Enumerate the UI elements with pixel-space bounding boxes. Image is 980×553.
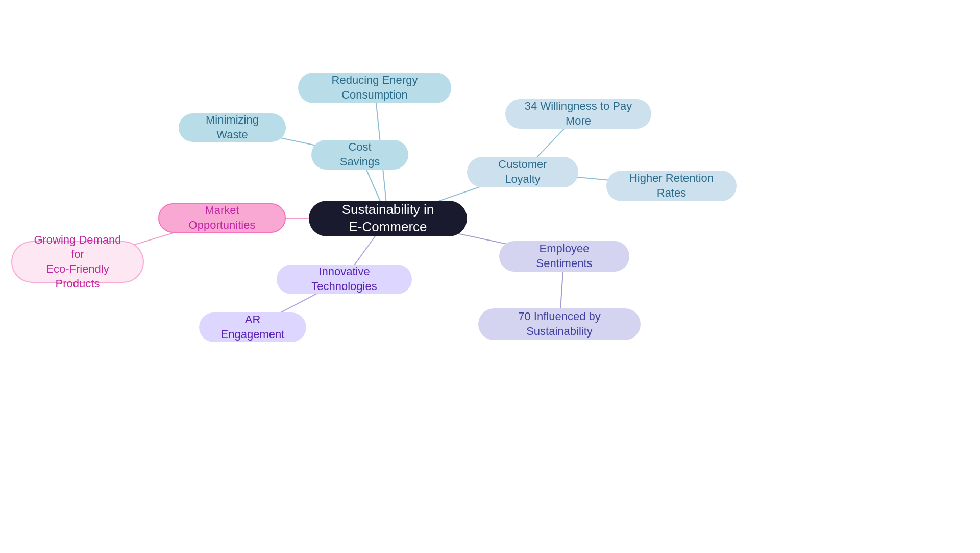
innovative-tech-node: Innovative Technologies bbox=[277, 265, 412, 294]
employee-sentiments-node: Employee Sentiments bbox=[499, 241, 629, 272]
willingness-to-pay-node: 34 Willingness to Pay More bbox=[505, 99, 651, 129]
reducing-energy-node: Reducing Energy Consumption bbox=[298, 73, 451, 103]
influenced-sustainability-node: 70 Influenced by Sustainability bbox=[478, 308, 641, 340]
market-opportunities-node: Market Opportunities bbox=[158, 203, 286, 233]
customer-loyalty-node: Customer Loyalty bbox=[467, 157, 578, 187]
minimizing-waste-node: Minimizing Waste bbox=[179, 113, 286, 142]
cost-savings-node: Cost Savings bbox=[311, 140, 408, 170]
growing-demand-label: Growing Demand for Eco-Friendly Products bbox=[29, 233, 127, 291]
center-node: Sustainability in E-Commerce bbox=[309, 201, 467, 236]
higher-retention-node: Higher Retention Rates bbox=[606, 171, 737, 201]
growing-demand-node: Growing Demand for Eco-Friendly Products bbox=[11, 241, 144, 283]
ar-engagement-node: AR Engagement bbox=[199, 312, 306, 342]
